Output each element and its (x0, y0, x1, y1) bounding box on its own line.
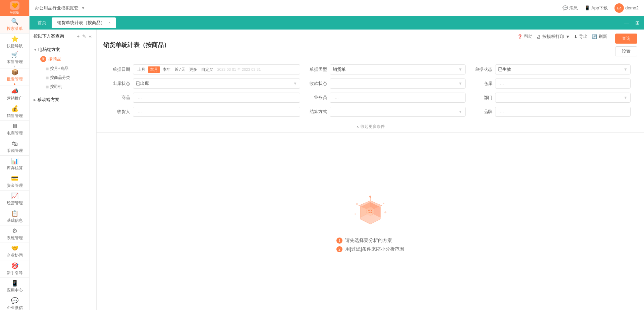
scheme-sub-label-category: 按商品分类 (50, 75, 70, 81)
app-download-button[interactable]: 📱 App下载 (585, 5, 608, 11)
sidebar-item-inventory[interactable]: 📊 库存核算 (0, 156, 29, 173)
sidebar: 🧡 标账版 🔍 搜索菜单 ⭐ 快捷导航 🛒 零售管理 ▼ 📦 批发管理 ▲ 📣 … (0, 0, 30, 310)
export-button[interactable]: ⬇ 导出 (574, 34, 588, 40)
mobile-category-label: 移动端方案 (38, 97, 59, 103)
collect-status-select[interactable]: ▼ (330, 79, 466, 89)
department-chevron-icon: ▼ (624, 95, 628, 100)
sidebar-item-label: 库存核算 (7, 165, 23, 171)
scheme-collapse-icon[interactable]: « (88, 33, 92, 40)
logo-icon: 🧡 (10, 1, 19, 10)
scheme-sub-item-month-product[interactable]: ▦ 按月+商品 (34, 64, 92, 73)
out-status-value: 已出库 (136, 81, 149, 87)
date-year-btn[interactable]: 本年 (161, 66, 172, 73)
sidebar-item-enterprise[interactable]: 🤝 企业协同 (0, 243, 29, 260)
out-status-select[interactable]: 已出库 ▼ (133, 79, 300, 89)
sidebar-item-finance[interactable]: 💳 资金管理 (0, 173, 29, 191)
date-more-btn[interactable]: 更多 (188, 66, 199, 73)
receiver-select[interactable]: … (133, 107, 300, 117)
doc-status-label: 单据状态 (472, 66, 492, 72)
tab-minimize-button[interactable]: — (623, 19, 631, 27)
sidebar-item-label: 应用中心 (7, 288, 23, 293)
tip-num-1: 1 (336, 238, 342, 244)
doc-type-chevron-icon: ▼ (459, 67, 463, 72)
brand-dots[interactable]: … (498, 109, 506, 114)
warehouse-dots[interactable]: … (498, 81, 506, 86)
user-menu[interactable]: Ea demo2 (614, 3, 639, 13)
scheme-category-header-pc[interactable]: ▼ 电脑端方案 (34, 45, 92, 54)
sub-icon-cashier: ▦ (46, 85, 49, 89)
scheme-edit-icon[interactable]: ✎ (82, 33, 87, 40)
filter-field-date: 单据日期 上月 本月 本年 近7天 更多 自定义 2023-03-01 至 20… (110, 64, 300, 74)
tab-home[interactable]: 首页 (32, 17, 52, 28)
message-button[interactable]: 💬 消息 (562, 5, 578, 11)
sidebar-item-retail[interactable]: 🛒 零售管理 ▼ (0, 51, 29, 68)
doc-type-select[interactable]: 销货单 ▼ (330, 64, 466, 74)
date-current-btn[interactable]: 本月 (148, 66, 160, 73)
doc-status-select[interactable]: 已生效 ▼ (495, 64, 631, 74)
sidebar-item-appstore[interactable]: 📱 应用中心 (0, 278, 29, 295)
tab-expand-button[interactable]: ⊞ (633, 19, 641, 27)
sidebar-item-ecommerce[interactable]: 🖥 电商管理 (0, 121, 29, 138)
product-select[interactable]: … (133, 93, 300, 103)
refresh-button[interactable]: 🔄 刷新 (592, 34, 607, 40)
svg-point-12 (384, 211, 386, 213)
scheme-category-header-mobile[interactable]: ▶ 移动端方案 (34, 95, 92, 104)
scheme-sub-item-category[interactable]: ▦ 按商品分类 (34, 73, 92, 82)
print-button[interactable]: 🖨 按模板打印 ▼ (537, 34, 570, 40)
settle-select[interactable]: ▼ (330, 107, 466, 117)
home-tab-label: 首页 (38, 20, 46, 26)
system-icon: ⚙ (12, 227, 17, 235)
sub-icon-month: ▦ (46, 67, 49, 70)
help-label: 帮助 (524, 34, 533, 40)
date-prev-btn[interactable]: 上月 (136, 66, 147, 73)
brand-label: 品牌 (472, 109, 492, 115)
help-button[interactable]: ❓ 帮助 (517, 34, 533, 40)
salesperson-dots[interactable]: … (333, 95, 341, 100)
sidebar-item-operation[interactable]: 📈 经营管理 (0, 191, 29, 208)
settings-button[interactable]: 设置 (615, 46, 637, 56)
svg-point-11 (355, 213, 356, 215)
sidebar-item-wholesale[interactable]: 📦 批发管理 ▲ (0, 68, 29, 86)
sidebar-item-guide[interactable]: 🎯 新手引导 (0, 260, 29, 278)
sidebar-item-wechat[interactable]: 💬 企业微信 (0, 295, 29, 310)
sidebar-item-quick[interactable]: ⭐ 快捷导航 (0, 34, 29, 51)
product-dots[interactable]: … (136, 95, 144, 100)
brand-select[interactable]: … (495, 107, 631, 117)
sidebar-item-purchase[interactable]: 🛍 采购管理 (0, 138, 29, 156)
tip-1-text: 请先选择要分析的方案 (345, 238, 392, 244)
sidebar-item-system[interactable]: ⚙ 系统管理 (0, 225, 29, 243)
date-week-btn[interactable]: 近7天 (173, 66, 186, 73)
product-label: 商品 (110, 95, 130, 101)
sidebar-item-label: 销售管理 (7, 113, 23, 119)
scheme-item-by-product[interactable]: 按 按商品 (34, 54, 92, 64)
scheme-add-icon[interactable]: + (76, 33, 80, 40)
doc-type-label: 单据类型 (307, 66, 327, 72)
app-download-label: App下载 (591, 5, 608, 11)
collapse-bar[interactable]: ∧ 收起更多条件 (103, 121, 637, 132)
date-custom-btn[interactable]: 自定义 (200, 66, 215, 73)
sidebar-item-basic[interactable]: 📋 基础信息 (0, 208, 29, 225)
query-button[interactable]: 查询 (615, 34, 637, 44)
collect-status-label: 收款状态 (307, 81, 327, 87)
finance-icon: 💳 (11, 175, 18, 182)
doc-status-chevron-icon: ▼ (624, 67, 628, 72)
department-select[interactable]: ▼ (495, 93, 631, 103)
tab-bar: 首页 销货单统计表（按商品） × — ⊞ (30, 16, 644, 30)
app-dropdown-icon[interactable]: ▼ (81, 6, 85, 10)
search-icon: 🔍 (11, 18, 18, 25)
sidebar-item-label: 营销推广 (7, 96, 23, 101)
print-chevron[interactable]: ▼ (566, 34, 570, 39)
tab-active[interactable]: 销货单统计表（按商品） × (52, 17, 116, 28)
receiver-dots[interactable]: … (136, 109, 144, 114)
sidebar-item-sales[interactable]: 💰 销售管理 (0, 103, 29, 121)
empty-tip-2: 2 用[过滤]条件来缩小分析范围 (336, 246, 404, 252)
salesperson-select[interactable]: … (330, 93, 466, 103)
warehouse-select[interactable]: … (495, 79, 631, 89)
filter-field-product: 商品 … (110, 93, 300, 103)
tab-close-icon[interactable]: × (108, 20, 111, 25)
sidebar-item-marketing[interactable]: 📣 营销推广 (0, 86, 29, 103)
message-label: 消息 (569, 5, 578, 11)
scheme-sub-item-cashier[interactable]: ▦ 按司机 (34, 82, 92, 91)
scheme-panel: 按以下方案查询 + ✎ « ▼ 电脑端方案 按 按商品 ▦ 按月+ (30, 30, 97, 310)
sidebar-item-search[interactable]: 🔍 搜索菜单 (0, 16, 29, 34)
